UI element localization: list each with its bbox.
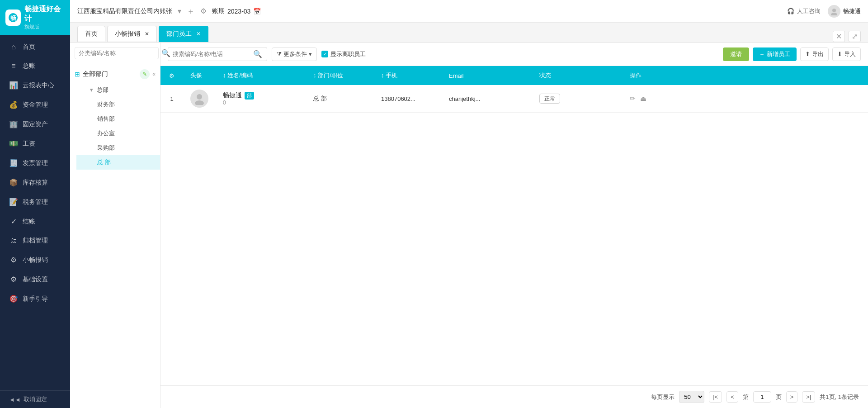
more-filter-btn[interactable]: ⧩ 更多条件 ▾ xyxy=(272,47,317,61)
sidebar-item-capital[interactable]: 💰 资金管理 xyxy=(0,95,70,114)
expense-icon: ⚙ xyxy=(9,256,18,264)
dept-purchase-label: 采购部 xyxy=(90,144,115,151)
page-prev-btn[interactable]: < xyxy=(726,391,738,403)
sidebar-item-home-label: 首页 xyxy=(23,43,35,51)
invoice-icon: 🧾 xyxy=(9,159,18,167)
col-settings[interactable]: ⚙ xyxy=(160,66,183,85)
sidebar-item-home[interactable]: ⌂ 首页 xyxy=(0,38,70,57)
sidebar-item-ledger[interactable]: ≡ 总账 xyxy=(0,57,70,76)
dept-item-sales[interactable]: 销售部 xyxy=(76,112,160,126)
tab-department-close[interactable]: ✕ xyxy=(196,31,201,37)
tab-department[interactable]: 部门员工 ✕ xyxy=(159,26,208,42)
dept-search-icon[interactable]: 🔍 xyxy=(161,49,170,57)
dept-root-all[interactable]: ⊞ 全部部门 ✎ « xyxy=(70,66,160,83)
dept-item-office[interactable]: 办公室 xyxy=(76,126,160,141)
employee-search-box: 🔍 xyxy=(168,47,267,61)
dept-item-root[interactable]: ▾ 总部 xyxy=(76,83,160,97)
sidebar-item-fixed-assets[interactable]: 🏢 固定资产 xyxy=(0,114,70,134)
dept-tree: ⊞ 全部部门 ✎ « ▾ 总部 财务部 销售部 xyxy=(70,64,160,408)
col-phone[interactable]: ↕ 手机 xyxy=(374,66,442,85)
settlement-icon: ✓ xyxy=(9,217,18,226)
page-size-select[interactable]: 50 100 200 xyxy=(679,391,704,403)
tab-home[interactable]: 首页 xyxy=(77,26,105,42)
dept-item-finance[interactable]: 财务部 xyxy=(76,97,160,112)
sidebar-item-cloud-reports[interactable]: 📊 云报表中心 xyxy=(0,76,70,95)
tab-expense[interactable]: 小畅报销 ✕ xyxy=(107,26,157,42)
import-label: 导入 xyxy=(844,50,856,58)
page-last-btn[interactable]: >| xyxy=(802,391,815,403)
sidebar-item-inventory[interactable]: 📦 库存核算 xyxy=(0,173,70,192)
employee-search-input[interactable] xyxy=(173,51,250,57)
dept-sales-label: 销售部 xyxy=(90,115,115,122)
col-name[interactable]: ↕ 姓名/编码 xyxy=(216,66,306,85)
sidebar-item-salary[interactable]: 💵 工资 xyxy=(0,134,70,153)
invite-btn[interactable]: 邀请 xyxy=(723,47,749,61)
company-name[interactable]: 江西服宝精品有限责任公司内账张 xyxy=(77,7,172,15)
service-btn[interactable]: 🎧 人工咨询 xyxy=(787,7,821,15)
period-value[interactable]: 2023-03 xyxy=(227,8,250,15)
svg-text:畅: 畅 xyxy=(10,14,16,21)
avatar xyxy=(828,5,840,18)
tab-department-label: 部门员工 xyxy=(166,30,192,38)
dropdown-icon[interactable]: ▾ xyxy=(178,7,181,15)
svg-point-5 xyxy=(195,100,204,105)
edit-btn[interactable]: ✏ xyxy=(630,95,636,103)
dept-search-input[interactable] xyxy=(75,47,159,59)
period-selector: 账期 2023-03 📅 xyxy=(212,7,261,15)
dept-expand-icon: ▾ xyxy=(90,86,93,93)
tab-expense-close[interactable]: ✕ xyxy=(145,31,149,37)
add-employee-btn[interactable]: ＋ 新增员工 xyxy=(753,47,797,61)
user-menu[interactable]: 畅捷通 xyxy=(828,5,861,18)
collapse-label: 取消固定 xyxy=(24,395,47,403)
sidebar-item-salary-label: 工资 xyxy=(23,140,35,148)
salary-icon: 💵 xyxy=(9,139,18,148)
settings-icon-topbar[interactable]: ⚙ xyxy=(200,7,207,15)
dept-root-name: 总部 xyxy=(97,86,108,93)
sidebar-item-guide[interactable]: 🎯 新手引导 xyxy=(0,289,70,308)
show-resigned-toggle[interactable]: ✓ 显示离职员工 xyxy=(321,50,366,58)
col-dept[interactable]: ↕ 部门/职位 xyxy=(306,66,374,85)
sidebar-item-archive-label: 归档管理 xyxy=(23,237,48,245)
app-logo[interactable]: 畅 畅捷通好会计 旗舰版 xyxy=(0,0,70,35)
guide-icon: 🎯 xyxy=(9,294,18,303)
row-index: 1 xyxy=(160,85,183,113)
col-email: Email xyxy=(442,66,532,85)
total-label: 共1页, 1条记录 xyxy=(820,393,859,401)
sidebar-collapse-btn[interactable]: ◄◄ 取消固定 xyxy=(0,390,70,408)
tab-expand-btn[interactable]: ⤢ xyxy=(849,31,861,42)
sidebar-item-settings-label: 基础设置 xyxy=(23,275,48,284)
page-first-btn[interactable]: |< xyxy=(709,391,722,403)
dept-collapse-icon[interactable]: « xyxy=(152,71,156,77)
sidebar-item-tax[interactable]: 📝 税务管理 xyxy=(0,192,70,212)
right-panel: 🔍 ⧩ 更多条件 ▾ ✓ 显示离职员工 邀请 ＋ 新增员工 xyxy=(160,43,868,408)
row-phone: 138070602... xyxy=(374,85,442,113)
resigned-checkbox[interactable]: ✓ xyxy=(321,51,328,57)
search-icon[interactable]: 🔍 xyxy=(253,50,262,58)
add-company-btn[interactable]: ＋ xyxy=(187,6,195,17)
filter-dropdown-icon: ▾ xyxy=(309,51,312,57)
dept-add-btn[interactable]: ✎ xyxy=(140,69,150,79)
left-panel: 🔍 ⊞ 全部部门 ✎ « ▾ 总部 财务部 xyxy=(70,43,160,408)
settings-icon: ⚙ xyxy=(9,275,18,284)
page-input[interactable] xyxy=(753,391,771,403)
col-avatar: 头像 xyxy=(183,66,216,85)
sidebar-item-ledger-label: 总账 xyxy=(23,62,35,70)
logout-btn[interactable]: ⏏ xyxy=(640,95,646,103)
sidebar-item-archive[interactable]: 🗂 归档管理 xyxy=(0,231,70,250)
export-btn[interactable]: ⬆ 导出 xyxy=(800,47,829,61)
calendar-icon[interactable]: 📅 xyxy=(253,8,261,15)
import-btn[interactable]: ⬇ 导入 xyxy=(832,47,861,61)
dept-item-general[interactable]: 总 部 xyxy=(76,155,160,170)
dept-item-purchase[interactable]: 采购部 xyxy=(76,141,160,155)
row-dept: 总 部 xyxy=(306,85,374,113)
filter-icon: ⧩ xyxy=(277,51,282,58)
sidebar-item-expense[interactable]: ⚙ 小畅报销 xyxy=(0,250,70,270)
page-next-btn[interactable]: > xyxy=(786,391,798,403)
sidebar-item-settlement[interactable]: ✓ 结账 xyxy=(0,212,70,231)
sidebar-item-invoice-label: 发票管理 xyxy=(23,159,48,167)
sidebar-item-settings[interactable]: ⚙ 基础设置 xyxy=(0,270,70,289)
tab-close-btn[interactable]: ✕ xyxy=(833,31,845,42)
employee-table-wrapper: ⚙ 头像 ↕ 姓名/编码 ↕ 部门/职位 ↕ 手机 Email xyxy=(160,66,868,385)
sidebar-item-invoice[interactable]: 🧾 发票管理 xyxy=(0,153,70,173)
sidebar-item-tax-label: 税务管理 xyxy=(23,198,48,206)
